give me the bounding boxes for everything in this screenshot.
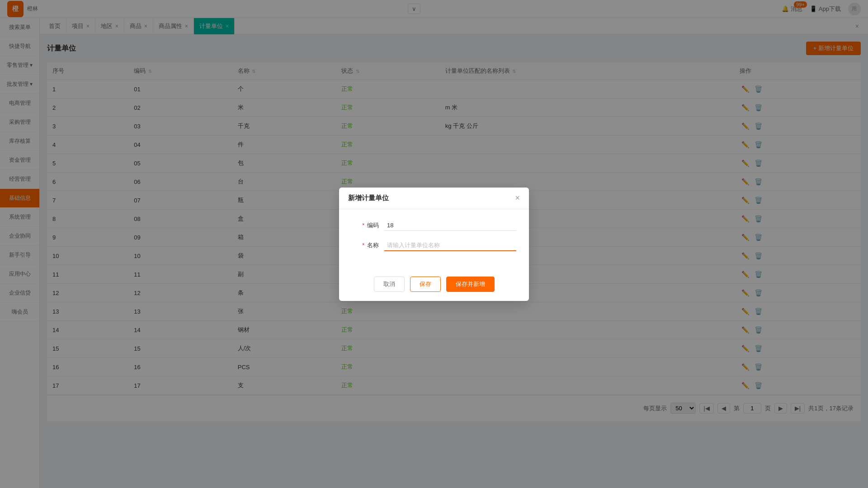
cancel-button[interactable]: 取消 <box>374 277 405 292</box>
code-label: * 编码 <box>352 221 379 230</box>
modal-title: 新增计量单位 <box>348 194 389 202</box>
name-required-mark: * <box>362 242 364 249</box>
name-input[interactable] <box>384 240 516 251</box>
name-form-row: * 名称 <box>352 240 516 251</box>
modal-close-button[interactable]: × <box>515 194 520 202</box>
add-unit-modal: 新增计量单位 × * 编码 * 名称 取消 保存 保存并新增 <box>339 188 529 301</box>
save-and-new-button[interactable]: 保存并新增 <box>446 277 495 292</box>
name-label: * 名称 <box>352 241 379 249</box>
code-form-row: * 编码 <box>352 220 516 231</box>
code-input[interactable] <box>384 220 516 231</box>
code-required-mark: * <box>362 222 364 229</box>
modal-overlay: 新增计量单位 × * 编码 * 名称 取消 保存 保存并新增 <box>0 0 868 488</box>
save-button[interactable]: 保存 <box>410 277 441 292</box>
